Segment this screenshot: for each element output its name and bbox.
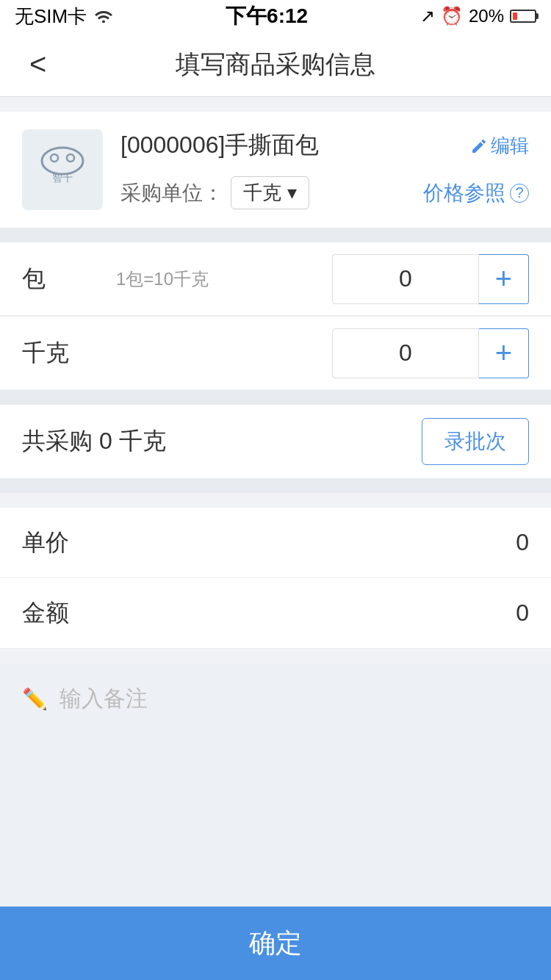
summary-text: 共采购 0 千克 <box>22 425 166 458</box>
note-section[interactable]: ✏️ 输入备注 <box>0 663 551 735</box>
wifi-icon <box>94 5 113 28</box>
unit-price-label: 单价 <box>22 527 69 559</box>
confirm-button[interactable]: 确定 <box>0 907 551 980</box>
kg-label: 千克 <box>22 337 110 370</box>
bag-input-right: + <box>332 254 529 304</box>
product-image: 智十 <box>22 129 103 210</box>
note-placeholder: 输入备注 <box>60 684 148 714</box>
battery-icon <box>510 10 536 23</box>
unit-price-row: 单价 0 <box>0 508 551 578</box>
status-bar: 无SIM卡 下午6:12 ↗ ⏰ 20% <box>0 0 551 32</box>
location-icon: ↗ <box>420 6 435 26</box>
kg-input[interactable] <box>332 328 479 378</box>
status-right: ↗ ⏰ 20% <box>420 6 536 26</box>
amount-value: 0 <box>516 599 529 627</box>
back-button[interactable]: < <box>22 40 54 88</box>
purchase-unit-label: 采购单位： <box>120 179 223 207</box>
chevron-down-icon: ▾ <box>287 181 297 204</box>
unit-price-value: 0 <box>516 529 529 556</box>
product-card: 智十 [0000006]手撕面包 编辑 采购单位： 千克 ▾ 价格参照 <box>0 112 551 228</box>
amount-row: 金额 0 <box>0 578 551 649</box>
amount-label: 金额 <box>22 597 69 630</box>
battery-text: 20% <box>469 6 504 26</box>
product-name: [0000006]手撕面包 <box>120 129 319 162</box>
status-left: 无SIM卡 <box>15 4 113 29</box>
bag-input-section: 包 1包=10千克 + <box>0 242 551 316</box>
price-ref-button[interactable]: 价格参照 ? <box>423 179 529 207</box>
edit-button[interactable]: 编辑 <box>470 133 529 159</box>
section-divider-1 <box>0 228 551 242</box>
bag-input[interactable] <box>332 254 479 304</box>
svg-point-0 <box>42 148 83 174</box>
purchase-unit-row: 采购单位： 千克 ▾ 价格参照 ? <box>120 176 529 209</box>
unit-select[interactable]: 千克 ▾ <box>231 176 309 209</box>
product-logo: 智十 <box>37 145 88 195</box>
section-divider-2 <box>0 390 551 405</box>
status-time: 下午6:12 <box>226 2 308 30</box>
product-name-row: [0000006]手撕面包 编辑 <box>120 129 529 162</box>
record-batch-button[interactable]: 录批次 <box>422 418 529 465</box>
bag-sublabel: 1包=10千克 <box>116 267 209 291</box>
price-ref-icon: ? <box>510 184 529 203</box>
product-info: [0000006]手撕面包 编辑 采购单位： 千克 ▾ 价格参照 ? <box>120 129 529 209</box>
pencil-icon: ✏️ <box>22 687 48 711</box>
svg-text:智十: 智十 <box>52 172 73 184</box>
summary-row: 共采购 0 千克 录批次 <box>0 405 551 478</box>
svg-point-1 <box>51 154 58 162</box>
kg-plus-button[interactable]: + <box>479 328 529 378</box>
bag-input-row: 包 1包=10千克 + <box>0 242 551 316</box>
section-divider-3 <box>0 478 551 493</box>
bag-label: 包 <box>22 263 110 295</box>
nav-bar: < 填写商品采购信息 <box>0 32 551 97</box>
kg-input-row: 千克 + <box>0 317 551 390</box>
kg-input-section: 千克 + <box>0 317 551 390</box>
carrier-text: 无SIM卡 <box>15 4 87 29</box>
bag-plus-button[interactable]: + <box>479 254 529 304</box>
svg-point-2 <box>67 154 74 162</box>
page-title: 填写商品采购信息 <box>176 48 375 82</box>
alarm-icon: ⏰ <box>441 6 463 26</box>
price-section: 单价 0 金额 0 <box>0 508 551 649</box>
kg-input-right: + <box>332 328 529 378</box>
